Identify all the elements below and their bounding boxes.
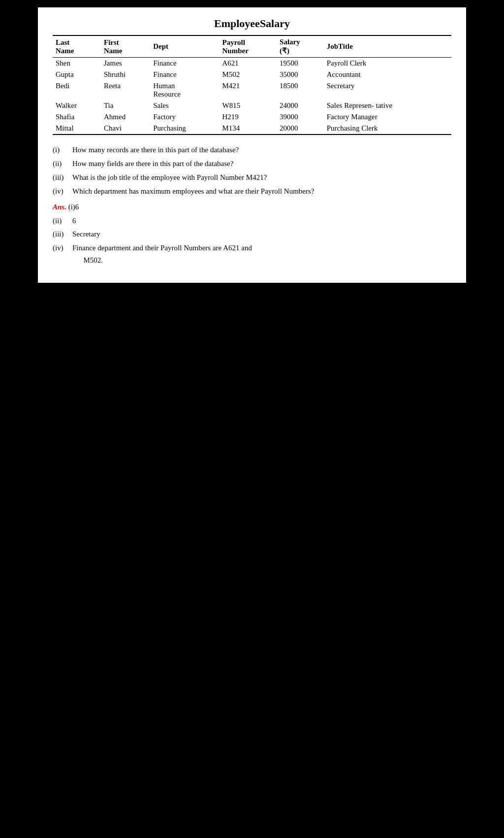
- cell-first_name: Chavi: [101, 123, 150, 134]
- page-content: EmployeeSalary LastName FirstName Dept P…: [38, 7, 466, 283]
- cell-job_title: Payroll Clerk: [324, 58, 451, 69]
- cell-salary: 35000: [277, 69, 324, 80]
- answer-text: Finance department and their Payroll Num…: [72, 242, 451, 267]
- cell-payroll_number: A621: [220, 58, 277, 69]
- cell-first_name: Shruthi: [101, 69, 150, 80]
- cell-job_title: Sales Represen- tative: [324, 100, 451, 111]
- question-text: How many records are there in this part …: [72, 144, 451, 156]
- col-header-job-title: JobTitle: [324, 35, 451, 58]
- question-label: (ii): [53, 158, 72, 169]
- cell-first_name: Ahmed: [101, 111, 150, 123]
- cell-last_name: Shafia: [53, 111, 101, 123]
- cell-payroll_number: M502: [220, 69, 277, 80]
- cell-payroll_number: H219: [220, 111, 277, 123]
- answer-label: Ans. (i): [53, 201, 75, 214]
- cell-salary: 24000: [277, 100, 324, 111]
- question-item: (i)How many records are there in this pa…: [53, 144, 451, 156]
- table-row: GuptaShruthiFinanceM50235000Accountant: [53, 69, 451, 80]
- cell-dept: HumanResource: [150, 80, 219, 100]
- cell-first_name: Tia: [101, 100, 150, 111]
- cell-job_title: Accountant: [324, 69, 451, 80]
- cell-first_name: James: [101, 58, 150, 69]
- col-header-salary: Salary(₹): [277, 35, 324, 58]
- question-label: (iii): [53, 171, 72, 183]
- answer-item: Ans. (i)6: [53, 201, 451, 214]
- cell-last_name: Mittal: [53, 123, 101, 134]
- question-text: What is the job title of the employee wi…: [72, 171, 451, 183]
- cell-last_name: Shen: [53, 58, 101, 69]
- col-header-first-name: FirstName: [101, 35, 150, 58]
- answer-item: (iii)Secretary: [53, 228, 451, 241]
- cell-salary: 19500: [277, 58, 324, 69]
- answer-item: (iv)Finance department and their Payroll…: [53, 242, 451, 267]
- answer-label: (ii): [53, 215, 72, 228]
- col-header-payroll-number: PayrollNumber: [220, 35, 277, 58]
- table-wrapper: LastName FirstName Dept PayrollNumber Sa…: [53, 35, 451, 135]
- cell-last_name: Gupta: [53, 69, 101, 80]
- ans-prefix: Ans.: [53, 203, 68, 211]
- cell-payroll_number: M134: [220, 123, 277, 134]
- question-item: (iii)What is the job title of the employ…: [53, 171, 451, 183]
- answers-section: Ans. (i)6(ii)6(iii)Secretary(iv)Finance …: [53, 201, 451, 267]
- table-row: ShenJamesFinanceA62119500Payroll Clerk: [53, 58, 451, 69]
- cell-payroll_number: W815: [220, 100, 277, 111]
- cell-dept: Purchasing: [150, 123, 219, 134]
- cell-job_title: Secretary: [324, 80, 451, 100]
- table-row: MittalChaviPurchasingM13420000Purchasing…: [53, 123, 451, 134]
- cell-salary: 39000: [277, 111, 324, 123]
- cell-salary: 18500: [277, 80, 324, 100]
- table-header-row: LastName FirstName Dept PayrollNumber Sa…: [53, 35, 451, 58]
- question-text: How many fields are there in this part o…: [72, 158, 451, 169]
- question-item: (iv)Which department has maximum employe…: [53, 185, 451, 197]
- answer-text: 6: [75, 201, 451, 214]
- table-row: BediReetaHumanResourceM42118500Secretary: [53, 80, 451, 100]
- table-row: WalkerTiaSalesW81524000Sales Represen- t…: [53, 100, 451, 111]
- answer-text: 6: [72, 215, 451, 228]
- cell-dept: Finance: [150, 58, 219, 69]
- cell-payroll_number: M421: [220, 80, 277, 100]
- table-row: ShafiaAhmedFactoryH21939000Factory Manag…: [53, 111, 451, 123]
- question-label: (iv): [53, 185, 72, 197]
- question-text: Which department has maximum employees a…: [72, 185, 451, 197]
- answer-label: (iii): [53, 228, 72, 241]
- question-item: (ii)How many fields are there in this pa…: [53, 158, 451, 169]
- question-label: (i): [53, 144, 72, 156]
- cell-dept: Factory: [150, 111, 219, 123]
- answer-label: (iv): [53, 242, 72, 267]
- cell-salary: 20000: [277, 123, 324, 134]
- cell-first_name: Reeta: [101, 80, 150, 100]
- cell-dept: Finance: [150, 69, 219, 80]
- answer-item: (ii)6: [53, 215, 451, 228]
- cell-last_name: Walker: [53, 100, 101, 111]
- questions-section: (i)How many records are there in this pa…: [53, 144, 451, 197]
- cell-dept: Sales: [150, 100, 219, 111]
- answer-text: Secretary: [72, 228, 451, 241]
- col-header-last-name: LastName: [53, 35, 101, 58]
- cell-job_title: Purchasing Clerk: [324, 123, 451, 134]
- employee-table: LastName FirstName Dept PayrollNumber Sa…: [53, 35, 451, 135]
- cell-job_title: Factory Manager: [324, 111, 451, 123]
- cell-last_name: Bedi: [53, 80, 101, 100]
- page-title: EmployeeSalary: [53, 17, 451, 30]
- col-header-dept: Dept: [150, 35, 219, 58]
